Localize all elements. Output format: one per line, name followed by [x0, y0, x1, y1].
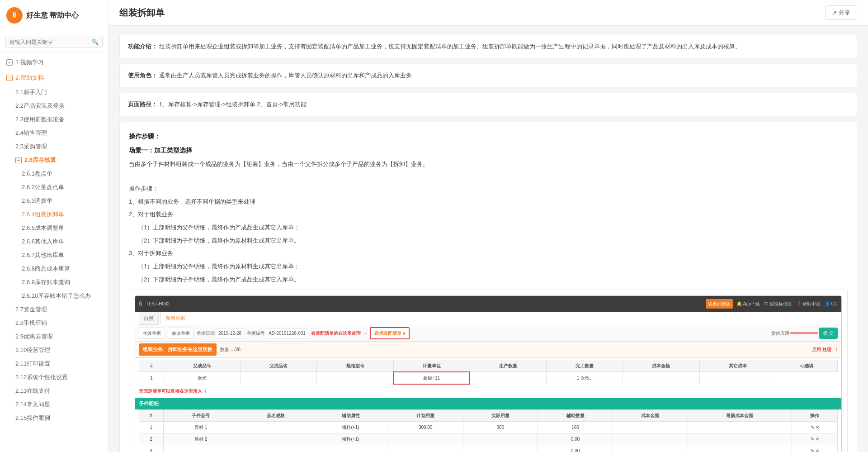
- mock-screenshot-container: 6 TEST-H002 切换到新版 🔔 App下载 🛡 招投标信息 ❓ 帮助中心…: [129, 290, 848, 452]
- sidebar: 6 好生意 帮助中心 🔍 + 1.视频学习 − 2.帮助文档 2.1新手入门 2…: [0, 0, 108, 452]
- role-card: 使用角色： 通常由生产人员或库管人员完成拆装业务的操作，库管人员确认原材料的出库…: [119, 64, 857, 87]
- sidebar-item-ledger-query[interactable]: 2.6.9库存账本查询: [0, 276, 108, 289]
- sidebar-item-install[interactable]: 2.2产品安装及登录: [0, 99, 108, 113]
- mock-top-bar: 6 TEST-H002 切换到新版 🔔 App下载 🛡 招投标信息 ❓ 帮助中心…: [135, 296, 841, 312]
- search-box[interactable]: 🔍: [5, 36, 103, 48]
- arrow-right: →: [363, 328, 368, 338]
- mock-toolbar: 生效单据 修改单据 单据日期 2019-12-28 单据编号 AD-201912…: [135, 325, 841, 342]
- search-input[interactable]: [9, 39, 91, 45]
- annotation-row: 无固定清单可以直接在这里录入 ↑: [139, 385, 838, 398]
- annotation-text-3: 启用 处理: [812, 345, 831, 354]
- sidebar-item-faq[interactable]: 2.14常见问题: [0, 398, 108, 411]
- sidebar-item-coupon[interactable]: 2.9优惠券管理: [0, 330, 108, 343]
- mock-top-table: # 父成品号 父成品名 规格型号 计量单位 生产数量 完工数量 成本金额 其它成…: [139, 360, 838, 385]
- mock-top-table-area: # 父成品号 父成品名 规格型号 计量单位 生产数量 完工数量 成本金额 其它成…: [135, 358, 841, 398]
- th-parent-id: 父成品号: [164, 360, 240, 372]
- app-logo-icon: 6: [6, 7, 23, 24]
- sidebar-item-label: 1.视频学习: [15, 58, 44, 67]
- arrow-up2: ↑: [204, 386, 207, 396]
- th-cost-amt: 成本金额: [623, 360, 699, 372]
- nav-section: + 1.视频学习 − 2.帮助文档 2.1新手入门 2.2产品安装及登录 2.3…: [0, 53, 108, 427]
- sidebar-item-partial-check[interactable]: 2.6.2分量盘点单: [0, 181, 108, 194]
- mock-tab-natural[interactable]: 自然: [139, 312, 159, 325]
- collapse-icon: −: [15, 157, 22, 163]
- path-label: 页面路径：: [128, 101, 157, 108]
- step2-1: （1）上部明细为父件明细，最终作为产成品生成其它入库单；: [138, 222, 848, 233]
- sidebar-item-print[interactable]: 2.11打印设置: [0, 357, 108, 371]
- table-row: 1 米米 超级+11 1 次/5...: [139, 372, 838, 384]
- sidebar-item-videos[interactable]: + 1.视频学习: [0, 55, 108, 70]
- mock-num-val[interactable]: AD-20191226-001: [266, 328, 308, 338]
- sidebar-item-label: 2.帮助文档: [15, 74, 44, 82]
- table-row: 3 0.00 ✎ ✕: [139, 445, 838, 452]
- sidebar-item-payment[interactable]: 2.13在线支付: [0, 384, 108, 398]
- sidebar-item-cost-adjust[interactable]: 2.6.5成本调整单: [0, 221, 108, 235]
- mock-bottom-table-area: # 子件品号 品名规格 辅助属性 计划用量 实际用量 辅助数量 成本金额 最新成…: [135, 409, 841, 452]
- step2: 2、对于组装业务: [129, 209, 848, 220]
- mock-process-btn[interactable]: 选择装配清单 v: [370, 327, 410, 339]
- collapse-icon: −: [6, 75, 13, 81]
- sidebar-item-finance[interactable]: 2.7资金管理: [0, 303, 108, 316]
- sidebar-item-ledger-fix[interactable]: 2.6.10库存账本错了怎么办: [0, 289, 108, 303]
- sidebar-item-purchase[interactable]: 2.5采购管理: [0, 140, 108, 153]
- sidebar-item-assembly[interactable]: 2.6.4组装拆卸单: [0, 208, 108, 221]
- arrow-up: ↑: [835, 344, 838, 355]
- sidebar-item-inventory[interactable]: − 2.6库存核算: [0, 153, 108, 167]
- sidebar-item-mobile[interactable]: 2.8手机旺铺: [0, 316, 108, 330]
- sidebar-item-cases[interactable]: 2.15操作案例: [0, 411, 108, 425]
- th-num: #: [139, 360, 164, 372]
- page-title: 组装拆卸单: [119, 7, 165, 19]
- mock-confirm-btn[interactable]: 提 交: [819, 328, 838, 339]
- mock-app: 6 TEST-H002 切换到新版 🔔 App下载 🛡 招投标信息 ❓ 帮助中心…: [135, 295, 842, 452]
- mock-btn-edit-doc[interactable]: 修改单据: [168, 328, 194, 339]
- sidebar-item-sales[interactable]: 2.4销售管理: [0, 126, 108, 140]
- mock-section-toggle[interactable]: 组装业务、拆卸业务在这里切换: [139, 343, 217, 356]
- mock-tabs-row: 自然 新增单据: [135, 312, 841, 325]
- sidebar-item-help-docs[interactable]: − 2.帮助文档: [0, 70, 108, 86]
- mock-type-switch-bar: 组装业务、拆卸业务在这里切换 数量 ≈ 3/8 启用 处理 ↑: [135, 342, 841, 358]
- th-spec: 规格型号: [317, 360, 393, 372]
- role-text: 通常由生产人员或库管人员完成拆装业务的操作，库管人员确认原材料的出库和产成品的入…: [159, 72, 412, 79]
- path-card: 页面路径： 1、库存核算->库存管理->组装拆卸单 2、首页->常用功能: [119, 93, 857, 116]
- scenario1-desc: 当由多个子件材料组装成一个成品的业务为【组装】业务，当由一个父件拆分成多个子产品…: [129, 159, 848, 170]
- intro-label: 功能介绍：: [128, 43, 157, 50]
- sidebar-item-dataprep[interactable]: 2.3使用前数据准备: [0, 113, 108, 126]
- steps-card: 操作步骤： 场景一：加工类型选择 当由多个子件材料组装成一个成品的业务为【组装】…: [119, 122, 857, 452]
- intro-card: 功能介绍： 组装拆卸单用来处理企业组装或拆卸等加工业务，支持有固定装配清单的产品…: [119, 35, 857, 58]
- mock-date-val[interactable]: 2019-12-28: [216, 328, 244, 338]
- main-area: 组装拆卸单 ↗ 分享 功能介绍： 组装拆卸单用来处理企业组装或拆卸等加工业务，支…: [108, 0, 868, 452]
- th-prod-qty: 生产数量: [470, 360, 546, 372]
- sidebar-item-settings[interactable]: 2.12系统个性化设置: [0, 371, 108, 384]
- step3-2: （2）下部明细为子件明细，最终作为产成品生成其它入库单。: [138, 274, 848, 285]
- sidebar-item-mgmt[interactable]: 2.10经营管理: [0, 343, 108, 357]
- path-text: 1、库存核算->库存管理->组装拆卸单 2、首页->常用功能: [159, 101, 307, 108]
- sidebar-item-transfer[interactable]: 2.6.3调拨单: [0, 194, 108, 208]
- mock-count-label: 数量 ≈ 3/8: [220, 345, 241, 354]
- sidebar-item-other-in[interactable]: 2.6.6其他入库单: [0, 235, 108, 248]
- intro-text: 组装拆卸单用来处理企业组装或拆卸等加工业务，支持有固定装配清单的产品加工业务，也…: [159, 43, 741, 50]
- role-label: 使用角色：: [128, 72, 157, 79]
- mock-process-annotation: 有装配清单的在这里处理 → 选择装配清单 v: [311, 327, 410, 339]
- mock-tab-new[interactable]: 新增单据: [160, 312, 190, 325]
- share-button[interactable]: ↗ 分享: [825, 5, 857, 20]
- content-area: 功能介绍： 组装拆卸单用来处理企业组装或拆卸等加工业务，支持有固定装配清单的产品…: [108, 26, 868, 452]
- mock-right-field: 货供应用 提 交: [771, 328, 838, 339]
- sidebar-item-cost-recalc[interactable]: 2.6.8商品成本重算: [0, 262, 108, 276]
- mock-app-id: TEST-H002: [146, 300, 170, 308]
- sidebar-item-other-out[interactable]: 2.6.7其他出库单: [0, 248, 108, 262]
- th-optional: 可选填: [776, 360, 837, 372]
- mock-switch-btn: 切换到新版: [706, 299, 733, 309]
- mock-btn-save-doc[interactable]: 生效单据: [139, 328, 165, 339]
- sidebar-item-newbie[interactable]: 2.1新手入门: [0, 86, 108, 99]
- step2-2: （2）下部明细为子件明细，最终作为原材料生成其它出库单。: [138, 235, 848, 247]
- sidebar-item-stock-check[interactable]: 2.6.1盘点单: [0, 167, 108, 181]
- table-row: 1 原材 1 领料(+1) 300.00 300 160 ✎ ✕: [139, 422, 838, 433]
- ops-steps-title: 操作步骤：: [129, 183, 848, 195]
- annotation-text-1: 有装配清单的在这里处理: [311, 329, 361, 338]
- search-area: 🔍: [0, 31, 108, 53]
- search-icon: 🔍: [91, 38, 99, 45]
- mock-form-date: 单据日期 2019-12-28: [197, 328, 244, 338]
- ops-label: 操作步骤：: [129, 130, 848, 143]
- logo-area: 6 好生意 帮助中心: [0, 0, 108, 31]
- mock-right-input[interactable]: [790, 332, 818, 334]
